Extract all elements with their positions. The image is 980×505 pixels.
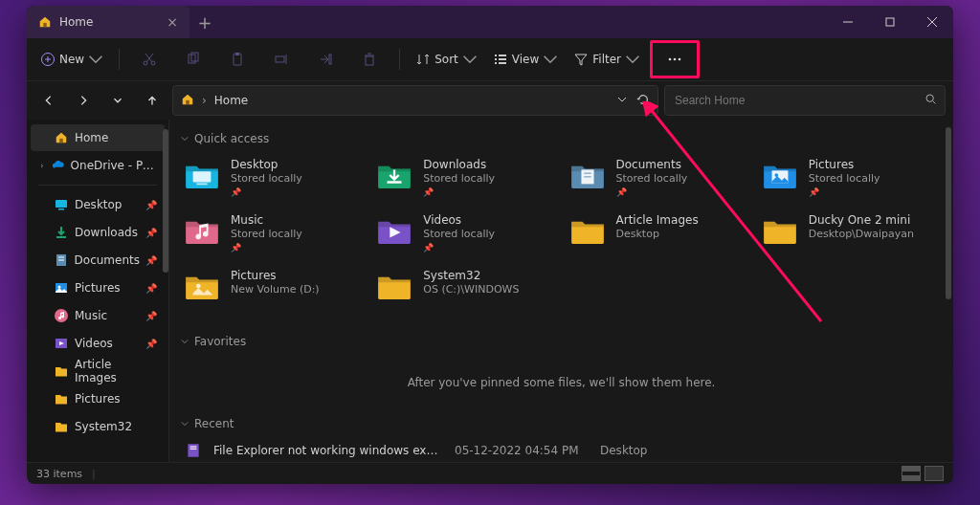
svg-rect-34 bbox=[59, 139, 63, 143]
pin-icon: 📌 bbox=[231, 243, 302, 252]
quick-item-documents[interactable]: DocumentsStored locally📌 bbox=[567, 156, 749, 206]
expand-icon[interactable]: › bbox=[38, 162, 46, 170]
desktop-icon bbox=[183, 158, 221, 192]
sidebar-item-desktop[interactable]: Desktop📌 bbox=[31, 191, 165, 218]
music-icon bbox=[54, 308, 69, 323]
svg-rect-35 bbox=[56, 200, 67, 208]
thumbnails-view-button[interactable] bbox=[924, 466, 944, 481]
quick-item-pictures[interactable]: PicturesStored locally📌 bbox=[759, 156, 942, 206]
details-view-button[interactable] bbox=[902, 466, 921, 481]
quick-item-ducky-one-2-mini[interactable]: Ducky One 2 miniDesktop\Dwaipayan bbox=[759, 211, 942, 261]
sidebar-item-label: Music bbox=[75, 309, 107, 322]
sidebar-item-label: Article Images bbox=[75, 358, 157, 384]
svg-rect-45 bbox=[193, 171, 212, 182]
copy-button[interactable] bbox=[173, 45, 213, 74]
view-button[interactable]: View bbox=[487, 45, 564, 74]
item-subtitle: Desktop bbox=[616, 228, 699, 240]
close-button[interactable] bbox=[911, 6, 953, 38]
sidebar-item-documents[interactable]: Documents📌 bbox=[31, 247, 165, 274]
tab-close-icon[interactable]: × bbox=[167, 14, 178, 30]
chevron-down-icon bbox=[181, 135, 189, 143]
sidebar-item-label: Pictures bbox=[75, 392, 121, 406]
svg-point-32 bbox=[926, 95, 933, 101]
ellipsis-icon bbox=[667, 52, 682, 67]
item-subtitle: Stored locally bbox=[231, 172, 302, 185]
cut-icon bbox=[142, 52, 157, 67]
new-button[interactable]: New bbox=[34, 45, 109, 74]
search-icon[interactable] bbox=[924, 93, 937, 108]
breadcrumb-home[interactable]: Home bbox=[214, 94, 248, 107]
pin-icon: 📌 bbox=[231, 187, 302, 197]
trash-icon bbox=[362, 52, 377, 67]
sidebar-item-onedrive[interactable]: › OneDrive - Personal bbox=[31, 152, 165, 179]
section-quick-access[interactable]: Quick access bbox=[181, 127, 942, 150]
window-controls bbox=[827, 6, 953, 38]
minimize-button[interactable] bbox=[827, 6, 869, 38]
pin-icon: 📌 bbox=[145, 339, 157, 349]
sidebar-item-pictures[interactable]: Pictures bbox=[31, 385, 165, 412]
item-name: Pictures bbox=[809, 158, 880, 171]
svg-rect-46 bbox=[196, 183, 207, 185]
recent-name: File Explorer not working windows explor… bbox=[213, 444, 443, 457]
forward-button[interactable] bbox=[69, 86, 98, 115]
quick-item-videos[interactable]: VideosStored locally📌 bbox=[373, 211, 556, 261]
item-subtitle: New Volume (D:) bbox=[231, 283, 320, 296]
pin-icon: 📌 bbox=[145, 283, 157, 294]
rename-button[interactable] bbox=[261, 45, 301, 74]
section-recent[interactable]: Recent bbox=[181, 412, 942, 435]
delete-button[interactable] bbox=[349, 45, 390, 74]
recent-item[interactable]: File Explorer not working windows explor… bbox=[181, 435, 942, 462]
filter-button[interactable]: Filter bbox=[568, 45, 646, 74]
documents-icon bbox=[54, 252, 69, 268]
maximize-button[interactable] bbox=[869, 6, 911, 38]
search-input[interactable] bbox=[673, 93, 924, 108]
more-button[interactable] bbox=[655, 45, 695, 74]
svg-line-11 bbox=[145, 54, 152, 62]
new-tab-button[interactable]: + bbox=[189, 12, 220, 33]
chevron-down-icon bbox=[181, 338, 189, 345]
recent-locations-button[interactable] bbox=[103, 86, 132, 115]
folder-icon bbox=[54, 419, 69, 434]
chevron-down-icon[interactable] bbox=[617, 94, 627, 107]
sidebar-item-label: Downloads bbox=[75, 226, 138, 239]
back-button[interactable] bbox=[34, 86, 63, 115]
sidebar-item-label: Desktop bbox=[75, 198, 122, 211]
svg-rect-54 bbox=[188, 444, 198, 457]
pin-icon: 📌 bbox=[145, 311, 157, 321]
sidebar-item-videos[interactable]: Videos📌 bbox=[31, 330, 165, 357]
quick-item-downloads[interactable]: DownloadsStored locally📌 bbox=[373, 156, 556, 206]
sidebar-item-downloads[interactable]: Downloads📌 bbox=[31, 219, 165, 246]
sidebar-item-pictures[interactable]: Pictures📌 bbox=[31, 274, 165, 301]
scrollbar-thumb[interactable] bbox=[163, 129, 168, 273]
quick-item-system32[interactable]: System32OS (C:)\WINDOWS bbox=[373, 267, 556, 317]
item-subtitle: Desktop\Dwaipayan bbox=[809, 228, 914, 240]
scrollbar-thumb[interactable] bbox=[946, 127, 951, 299]
quick-item-desktop[interactable]: DesktopStored locally📌 bbox=[181, 156, 364, 206]
item-subtitle: Stored locally bbox=[423, 228, 495, 240]
cut-button[interactable] bbox=[129, 45, 169, 74]
svg-line-33 bbox=[933, 101, 935, 103]
sidebar-item-label: Documents bbox=[75, 253, 140, 267]
sidebar-item-home[interactable]: Home bbox=[31, 124, 165, 151]
quick-item-music[interactable]: MusicStored locally📌 bbox=[181, 211, 364, 261]
refresh-button[interactable] bbox=[636, 93, 650, 109]
pictures-icon bbox=[761, 158, 799, 192]
svg-point-30 bbox=[679, 58, 681, 61]
quick-item-pictures[interactable]: PicturesNew Volume (D:) bbox=[181, 267, 364, 317]
sidebar-item-article-images[interactable]: Article Images bbox=[31, 358, 165, 384]
paste-button[interactable] bbox=[217, 45, 257, 74]
address-bar[interactable]: › Home bbox=[172, 85, 658, 116]
sidebar-item-system32[interactable]: System32 bbox=[31, 413, 165, 440]
item-name: Article Images bbox=[616, 213, 699, 227]
copy-icon bbox=[186, 52, 201, 67]
search-bar[interactable] bbox=[664, 85, 946, 116]
quick-item-article-images[interactable]: Article ImagesDesktop bbox=[567, 211, 749, 261]
sidebar-item-music[interactable]: Music📌 bbox=[31, 302, 165, 329]
chevron-down-icon bbox=[462, 52, 478, 67]
up-button[interactable] bbox=[138, 86, 167, 115]
nav-row: › Home bbox=[27, 81, 953, 120]
section-favorites[interactable]: Favorites bbox=[181, 330, 942, 353]
tab-home[interactable]: Home × bbox=[27, 6, 189, 38]
sort-button[interactable]: Sort bbox=[410, 45, 483, 74]
share-button[interactable] bbox=[305, 45, 345, 74]
